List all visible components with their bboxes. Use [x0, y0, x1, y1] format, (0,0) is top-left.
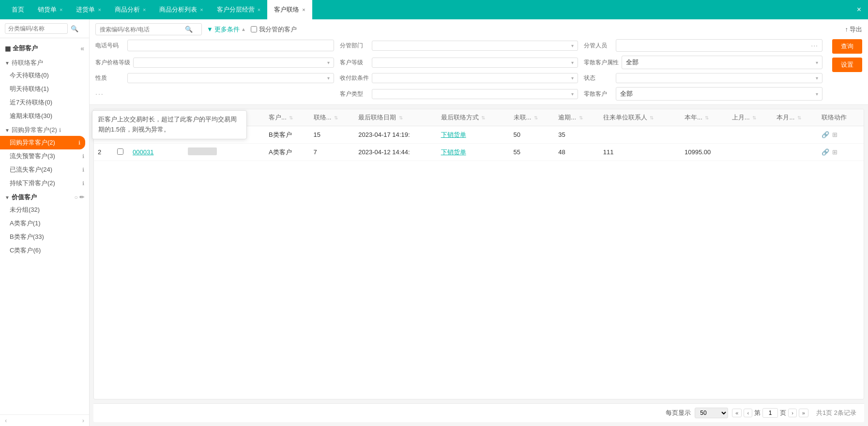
scattered-attr-caret: ▾ — [816, 60, 818, 65]
prev-page-btn[interactable]: ‹ — [744, 409, 752, 417]
td-action-1: 🔗 ⊞ — [818, 126, 864, 144]
more-conditions-btn[interactable]: ▼ 更多条件 ▲ — [207, 25, 246, 34]
nav-product-analysis-list[interactable]: 商品分析列表 × — [152, 0, 210, 19]
filter-customer-type: 客户类型 ▾ — [340, 87, 579, 101]
sidebar-item-overdue-no-contact[interactable]: 逾期未联络(30) — [0, 109, 89, 123]
close-customer-tiered-icon[interactable]: × — [258, 7, 260, 13]
export-icon: ↑ — [845, 26, 849, 33]
td-contacts-1 — [599, 126, 681, 144]
per-page-select[interactable]: 50 20 100 — [695, 408, 728, 418]
sidebar-search-input[interactable] — [5, 23, 68, 34]
close-product-analysis-list-icon[interactable]: × — [200, 7, 203, 13]
first-page-btn[interactable]: « — [732, 409, 742, 417]
close-purchase-order-icon[interactable]: × — [98, 7, 101, 13]
td-last-month-1 — [728, 126, 773, 144]
sidebar-item-declining[interactable]: 持续下滑客户(2) ℹ — [0, 176, 89, 190]
sidebar-item-tomorrow-pending[interactable]: 明天待联络(1) — [0, 82, 89, 96]
sidebar-item-c-class[interactable]: C类客户(6) — [0, 244, 89, 257]
filter-payment-terms: 收付款条件 ▾ — [340, 73, 579, 83]
td-action-2: 🔗 ⊞ — [818, 144, 864, 161]
payment-terms-select[interactable]: ▾ — [372, 73, 579, 83]
main-layout: 🔍 ▦ 全部客户 « ▼ 待联络客户 今天待联络(0) 明天待联络(1) — [0, 19, 868, 426]
content-area: 距客户上次交易时长，超过了此客户的平均交易周期的1.5倍，则视为异常。 🔍 ▼ … — [90, 19, 868, 426]
sidebar-item-b-class[interactable]: B类客户(33) — [0, 230, 89, 244]
page-input[interactable] — [762, 408, 778, 418]
person-select[interactable]: ··· — [616, 39, 822, 52]
filter-actions: 查询 设置 — [832, 39, 862, 72]
nav-home[interactable]: 首页 — [5, 0, 31, 19]
sidebar-item-loss-warning[interactable]: 流失预警客户(3) ℹ — [0, 149, 89, 163]
search-icon[interactable]: 🔍 — [185, 26, 193, 33]
info-icon-lost: ℹ — [82, 167, 84, 173]
info-icon-active: ℹ — [78, 140, 80, 146]
sidebar-next-icon[interactable]: › — [82, 417, 84, 424]
td-contact-count-2: 7 — [310, 144, 355, 161]
nav-sales-order[interactable]: 销货单 × — [31, 0, 69, 19]
sidebar-item-lost[interactable]: 已流失客户(24) ℹ — [0, 163, 89, 176]
value-customer-group[interactable]: ▼ 价值客户 ○ ✏ — [0, 190, 89, 203]
sort-tmonth-icon: ⇅ — [797, 115, 801, 120]
action-link-2[interactable]: 🔗 — [822, 148, 829, 156]
close-window-icon[interactable]: × — [857, 5, 861, 14]
sidebar-search-icon[interactable]: 🔍 — [71, 25, 78, 32]
dept-select[interactable]: ▾ — [372, 41, 579, 51]
sidebar-bottom-nav: ‹ › — [0, 414, 89, 426]
td-code-2: 000031 — [129, 144, 184, 161]
status-select[interactable]: ▾ — [616, 73, 822, 83]
sidebar-prev-icon[interactable]: ‹ — [5, 417, 7, 424]
sort-type-icon: ⇅ — [289, 115, 293, 120]
row2-checkbox[interactable] — [117, 148, 123, 155]
filter-scattered-attr: 零散客户属性 全部 ▾ — [584, 56, 822, 69]
customer-level-select[interactable]: ▾ — [372, 58, 579, 68]
export-btn[interactable]: ↑ 导出 — [845, 25, 863, 34]
sidebar-item-ungroup[interactable]: 未分组(32) — [0, 203, 89, 217]
sidebar-item-7days-pending[interactable]: 近7天待联络(0) — [0, 96, 89, 109]
phone-input[interactable] — [127, 40, 334, 51]
sidebar-item-today-pending[interactable]: 今天待联络(0) — [0, 69, 89, 82]
pending-contact-section[interactable]: ▼ 待联络客户 — [0, 56, 89, 69]
last-page-btn[interactable]: » — [799, 409, 808, 417]
contact-method-2[interactable]: 下销货单 — [441, 148, 466, 156]
price-level-select[interactable]: ▾ — [133, 58, 334, 68]
page-navigation: « ‹ 第 页 › » — [732, 408, 808, 418]
customer-type-select[interactable]: ▾ — [372, 89, 579, 99]
scattered-select[interactable]: 全部 ▾ — [616, 87, 822, 101]
sidebar-all-customers[interactable]: ▦ 全部客户 « — [0, 41, 89, 56]
action-link-1[interactable]: 🔗 — [822, 131, 829, 138]
top-navigation: 首页 销货单 × 进货单 × 商品分析 × 商品分析列表 × 客户分层经营 × … — [0, 0, 868, 19]
query-button[interactable]: 查询 — [832, 39, 862, 54]
caret-down: ▲ — [241, 27, 246, 32]
td-contacts-2: 111 — [599, 144, 681, 161]
next-page-btn[interactable]: › — [788, 409, 797, 417]
scattered-attr-select[interactable]: 全部 ▾ — [622, 56, 822, 69]
nature-select[interactable]: ▾ — [127, 73, 334, 83]
close-product-analysis-icon[interactable]: × — [143, 7, 146, 13]
close-sales-order-icon[interactable]: × — [60, 7, 62, 13]
td-index-2: 2 — [94, 144, 113, 161]
filter-person: 分管人员 ··· — [584, 39, 822, 52]
action-grid-2[interactable]: ⊞ — [832, 148, 838, 156]
sidebar-search-area: 🔍 — [0, 19, 89, 38]
filter-customer-level: 客户等级 ▾ — [340, 56, 579, 69]
more-dots[interactable]: ··· — [95, 90, 104, 98]
customer-code-2[interactable]: 000031 — [133, 148, 153, 156]
info-icon-loss: ℹ — [82, 153, 84, 160]
edit-group-icon[interactable]: ○ ✏ — [74, 194, 84, 201]
sidebar-collapse-icon[interactable]: « — [80, 44, 84, 52]
nav-customer-contact[interactable]: 客户联络 × — [267, 0, 312, 19]
sort-overdue-icon: ⇅ — [579, 115, 583, 120]
settings-button[interactable]: 设置 — [832, 58, 862, 72]
close-customer-contact-icon[interactable]: × — [302, 7, 305, 13]
sidebar-item-repurchase-abnormal[interactable]: 回购异常客户(2) ℹ — [0, 136, 85, 149]
nav-product-analysis[interactable]: 商品分析 × — [108, 0, 152, 19]
search-input[interactable] — [100, 26, 182, 33]
table-scroll[interactable]: ⚙ 客户编码 ⇅ 客户名称 ⇅ — [94, 109, 864, 399]
nav-purchase-order[interactable]: 进货单 × — [69, 0, 107, 19]
contact-method-1[interactable]: 下销货单 — [441, 131, 466, 138]
sidebar-item-a-class[interactable]: A类客户(1) — [0, 217, 89, 230]
action-grid-1[interactable]: ⊞ — [832, 131, 838, 138]
my-customers-checkbox[interactable] — [251, 26, 257, 32]
nav-customer-tiered[interactable]: 客户分层经营 × — [210, 0, 267, 19]
sort-contacts-icon: ⇅ — [650, 115, 654, 120]
th-contacts: 往来单位联系人 ⇅ — [599, 109, 681, 126]
